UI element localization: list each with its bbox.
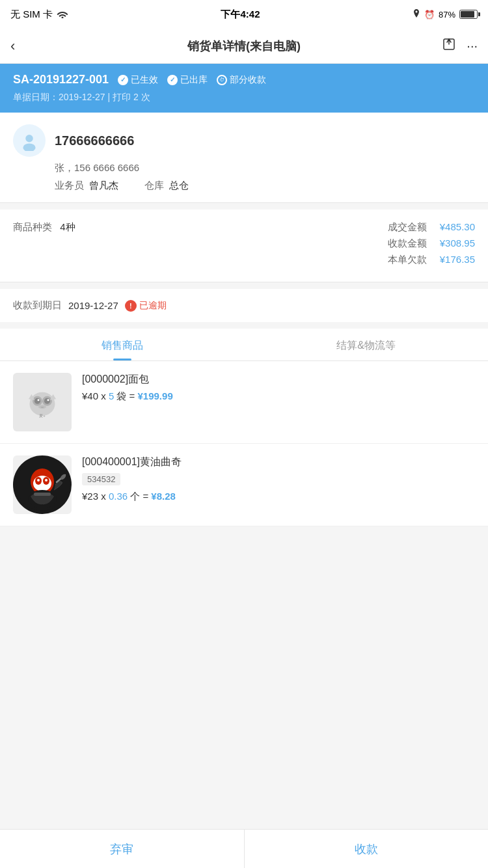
product-info-cookie: [000400001]黄油曲奇 534532 ¥23 x 0.36 个 = ¥8… xyxy=(82,455,475,503)
svg-point-9 xyxy=(38,399,40,401)
status-time: 下午4:42 xyxy=(221,8,260,21)
svg-point-7 xyxy=(34,398,40,403)
svg-point-4 xyxy=(30,392,55,415)
back-button[interactable]: ‹ xyxy=(5,33,20,60)
summary-section: 商品种类 4种 成交金额 ¥485.30 收款金额 ¥308.95 本单欠款 ¥… xyxy=(0,210,488,282)
product-name-bread: [0000002]面包 xyxy=(82,373,475,387)
nav-actions: ··· xyxy=(442,37,478,55)
salesperson-value: 曾凡杰 xyxy=(89,180,118,192)
product-sku-cookie: 534532 xyxy=(82,473,120,485)
order-header-row: SA-20191227-001 ✓ 已生效 ✓ 已出库 ⏱ 部分收款 xyxy=(13,73,475,87)
more-icon[interactable]: ··· xyxy=(467,38,478,53)
received-amount-row: 收款金额 ¥308.95 xyxy=(388,237,475,250)
customer-name-phone: 张，156 6666 6666 xyxy=(55,162,475,174)
customer-meta: 业务员 曾凡杰 仓库 总仓 xyxy=(55,180,475,192)
product-name-cookie: [000400001]黄油曲奇 xyxy=(82,455,475,469)
tabs-row: 销售商品 结算&物流等 xyxy=(0,329,488,360)
svg-point-21 xyxy=(45,479,47,481)
collect-payment-button[interactable]: 收款 xyxy=(245,830,489,868)
tab-sales-products[interactable]: 销售商品 xyxy=(0,329,244,360)
salesperson-item: 业务员 曾凡杰 xyxy=(55,180,118,192)
location-icon xyxy=(413,9,420,20)
tab-settlement-logistics[interactable]: 结算&物流等 xyxy=(244,329,488,360)
status-partial-payment: ⏱ 部分收款 xyxy=(217,74,266,86)
wifi-icon xyxy=(57,9,68,20)
transaction-amount-row: 成交金额 ¥485.30 xyxy=(388,221,475,234)
warehouse-value: 总仓 xyxy=(169,180,189,192)
customer-row: 17666666666 xyxy=(13,124,475,157)
warehouse-item: 仓库 总仓 xyxy=(144,180,189,192)
due-section: 收款到期日 2019-12-27 ! 已逾期 xyxy=(0,289,488,322)
svg-rect-23 xyxy=(34,493,51,496)
header-banner: SA-20191227-001 ✓ 已生效 ✓ 已出库 ⏱ 部分收款 单据日期：… xyxy=(0,64,488,113)
owed-amount-row: 本单欠款 ¥176.35 xyxy=(388,254,475,266)
salesperson-label: 业务员 xyxy=(55,180,84,192)
svg-text:麦+: 麦+ xyxy=(39,414,46,418)
status-bar: 无 SIM 卡 下午4:42 ⏰ 87% xyxy=(0,0,488,29)
battery-text: 87% xyxy=(439,10,455,20)
nav-bar: ‹ 销货单详情(来自电脑) ··· xyxy=(0,29,488,64)
page-title: 销货单详情(来自电脑) xyxy=(187,38,301,54)
svg-point-10 xyxy=(47,399,49,401)
order-id: SA-20191227-001 xyxy=(13,73,109,87)
overdue-badge: ! 已逾期 xyxy=(125,300,167,312)
thumb-placeholder: 麦+ xyxy=(13,373,72,431)
product-thumb-bread: 麦+ xyxy=(13,373,72,431)
product-item-bread: 麦+ [0000002]面包 ¥40 x 5 袋 = ¥199.99 xyxy=(0,361,488,444)
svg-point-17 xyxy=(33,476,51,491)
overdue-icon: ! xyxy=(125,300,137,312)
bottom-spacer xyxy=(0,526,488,572)
status-left: 无 SIM 卡 xyxy=(10,8,68,21)
svg-point-2 xyxy=(25,135,33,142)
svg-point-20 xyxy=(37,479,40,481)
products-section: 麦+ [0000002]面包 ¥40 x 5 袋 = ¥199.99 xyxy=(0,361,488,526)
divider-2 xyxy=(0,282,488,282)
clock-icon: ⏱ xyxy=(217,75,227,85)
abandon-review-button[interactable]: 弃审 xyxy=(0,830,245,868)
status-shipped: ✓ 已出库 xyxy=(167,74,208,86)
alarm-icon: ⏰ xyxy=(424,10,435,20)
customer-avatar xyxy=(13,124,46,157)
share-icon[interactable] xyxy=(442,37,456,55)
bottom-bar: 弃审 收款 xyxy=(0,829,488,868)
product-thumb-cookie xyxy=(13,455,72,514)
divider-1 xyxy=(0,202,488,203)
summary-right: 成交金额 ¥485.30 收款金额 ¥308.95 本单欠款 ¥176.35 xyxy=(388,221,475,270)
check-icon-activated: ✓ xyxy=(118,75,128,85)
summary-left: 商品种类 4种 xyxy=(13,221,75,270)
status-activated: ✓ 已生效 xyxy=(118,74,158,86)
svg-point-8 xyxy=(44,398,50,403)
product-type-row: 商品种类 4种 xyxy=(13,221,75,234)
product-item-cookie: [000400001]黄油曲奇 534532 ¥23 x 0.36 个 = ¥8… xyxy=(0,444,488,526)
product-price-cookie: ¥23 x 0.36 个 = ¥8.28 xyxy=(82,491,475,503)
battery-icon xyxy=(459,10,478,19)
warehouse-label: 仓库 xyxy=(144,180,164,192)
check-icon-shipped: ✓ xyxy=(167,75,178,85)
tabs-section: 销售商品 结算&物流等 xyxy=(0,329,488,361)
status-right: ⏰ 87% xyxy=(413,9,478,20)
customer-phone: 17666666666 xyxy=(55,133,134,148)
carrier-text: 无 SIM 卡 xyxy=(10,8,53,21)
product-info-bread: [0000002]面包 ¥40 x 5 袋 = ¥199.99 xyxy=(82,373,475,403)
product-price-bread: ¥40 x 5 袋 = ¥199.99 xyxy=(82,390,475,403)
cookie-logo xyxy=(13,455,72,514)
customer-section: 17666666666 张，156 6666 6666 业务员 曾凡杰 仓库 总… xyxy=(0,113,488,202)
header-date-row: 单据日期：2019-12-27 | 打印 2 次 xyxy=(13,92,475,103)
